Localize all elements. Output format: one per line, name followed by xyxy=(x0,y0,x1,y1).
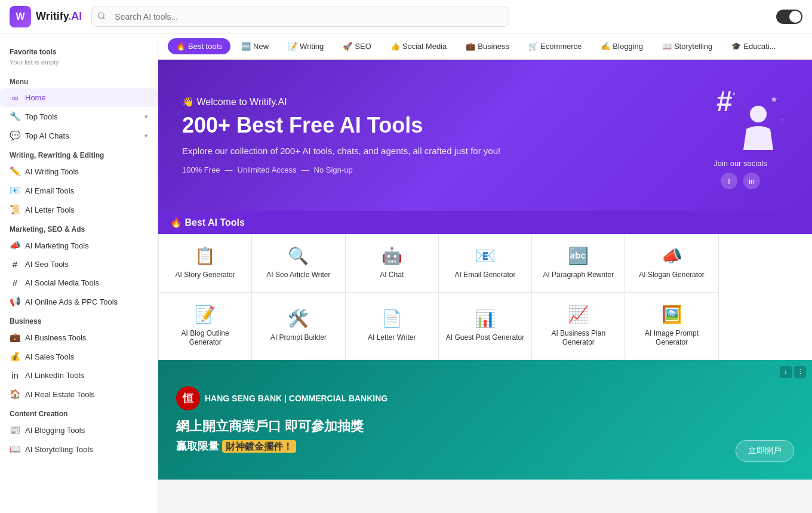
favorite-tools-empty: Your list is empty xyxy=(0,59,158,70)
guest-post-icon: 📊 xyxy=(475,309,496,328)
tool-card-ai-prompt-builder[interactable]: 🛠️ AI Prompt Builder xyxy=(252,293,345,360)
hero-right: # ★ ♡ ✦ Join our socials f in xyxy=(693,81,788,189)
ad-content: 恒 HANG SENG BANK | COMMERCIAL BANKING 網上… xyxy=(158,374,812,465)
ad-bank-logo-circle: 恒 xyxy=(176,386,200,410)
sidebar-item-ai-sales-tools[interactable]: 💰 AI Sales Tools xyxy=(0,347,158,366)
writing-group-title: Writing, Rewriting & Editing xyxy=(0,145,158,162)
nav-tab-social-media[interactable]: 👍Social Media xyxy=(382,38,455,54)
ad-cta-button[interactable]: 立即開戶 xyxy=(736,440,794,462)
top-ai-chats-label: Top AI Chats xyxy=(25,131,140,140)
search-icon xyxy=(97,11,106,21)
ai-chat-icon: 🤖 xyxy=(382,246,402,266)
tool-card-ai-paragraph-rewriter[interactable]: 🔤 AI Paragraph Rewriter xyxy=(532,234,625,293)
svg-text:#: # xyxy=(716,85,733,117)
ai-sales-tools-label: AI Sales Tools xyxy=(25,352,148,361)
tool-card-ai-letter-writer[interactable]: 📄 AI Letter Writer xyxy=(346,293,439,360)
real-estate-tools-icon: 🏠 xyxy=(10,389,20,400)
nav-tab-education[interactable]: 🎓Educati... xyxy=(723,38,784,54)
nav-tab-best-tools[interactable]: 🔥Best tools xyxy=(168,38,230,54)
business-plan-icon: 📈 xyxy=(568,305,589,324)
search-input[interactable] xyxy=(91,7,509,27)
sidebar-item-ai-letter-tools[interactable]: 📜 AI Letter Tools xyxy=(0,200,158,219)
nav-tab-writing[interactable]: 📝Writing xyxy=(279,38,332,54)
letter-writer-icon: 📄 xyxy=(382,309,402,328)
tool-card-ai-slogan-generator[interactable]: 📣 AI Slogan Generator xyxy=(625,234,718,293)
sidebar-item-ai-storytelling-tools[interactable]: 📖 AI Storytelling Tools xyxy=(0,440,158,459)
tools-section-header: 🔥 Best AI Tools xyxy=(158,211,812,234)
tool-card-ai-business-plan-generator[interactable]: 📈 AI Business Plan Generator xyxy=(532,293,625,360)
facebook-icon[interactable]: f xyxy=(721,173,737,189)
email-generator-icon: 📧 xyxy=(475,246,496,266)
email-tools-icon: 📧 xyxy=(10,185,20,196)
paragraph-rewriter-icon: 🔤 xyxy=(568,246,589,266)
ai-email-tools-label: AI Email Tools xyxy=(25,186,148,195)
sidebar-item-ai-online-ads-tools[interactable]: 📢 AI Online Ads & PPC Tools xyxy=(0,292,158,311)
blog-outline-icon: 📝 xyxy=(195,305,216,324)
tool-card-ai-guest-post-generator[interactable]: 📊 AI Guest Post Generator xyxy=(439,293,532,360)
tool-card-ai-seo-article-writer[interactable]: 🔍 AI Seo Article Writer xyxy=(252,234,345,293)
email-generator-label: AI Email Generator xyxy=(454,271,515,280)
sidebar: Favorite tools Your list is empty Menu ∞… xyxy=(0,33,158,513)
ai-letter-tools-label: AI Letter Tools xyxy=(25,205,148,214)
tools-section: 🔥 Best AI Tools 📋 AI Story Generator 🔍 A… xyxy=(158,211,812,360)
top-tools-label: Top Tools xyxy=(25,112,140,121)
linkedin-icon[interactable]: in xyxy=(743,173,760,189)
top-tools-icon: 🔧 xyxy=(10,111,20,122)
seo-article-label: AI Seo Article Writer xyxy=(266,271,330,280)
sidebar-item-ai-real-estate-tools[interactable]: 🏠 AI Real Estate Tools xyxy=(0,385,158,404)
story-generator-label: AI Story Generator xyxy=(176,271,235,280)
hero-illustration: # ★ ♡ ✦ xyxy=(693,81,788,159)
nav-tab-seo[interactable]: 🚀SEO xyxy=(334,38,379,54)
theme-toggle[interactable] xyxy=(776,10,802,24)
prompt-builder-icon: 🛠️ xyxy=(288,309,309,328)
sidebar-item-ai-blogging-tools[interactable]: 📰 AI Blogging Tools xyxy=(0,420,158,440)
main-content: 🔥Best tools 🆕New 📝Writing 🚀SEO 👍Social M… xyxy=(158,33,812,513)
nav-tab-business[interactable]: 💼Business xyxy=(457,38,518,54)
nav-tab-storytelling[interactable]: 📖Storytelling xyxy=(654,38,721,54)
nav-tab-blogging[interactable]: ✍️Blogging xyxy=(592,38,651,54)
search-container xyxy=(91,7,509,27)
sidebar-item-ai-linkedin-tools[interactable]: in AI LinkedIn Tools xyxy=(0,366,158,385)
ai-online-ads-tools-label: AI Online Ads & PPC Tools xyxy=(25,297,148,306)
badge-free: 100% Free xyxy=(182,165,220,174)
letter-writer-label: AI Letter Writer xyxy=(368,333,416,343)
sidebar-item-top-ai-chats[interactable]: 💬 Top AI Chats ▾ xyxy=(0,126,158,145)
tool-card-ai-image-prompt-generator[interactable]: 🖼️ AI Image Prompt Generator xyxy=(625,293,718,360)
letter-tools-icon: 📜 xyxy=(10,204,20,215)
logo-text: Writify.AI xyxy=(36,10,82,23)
prompt-builder-label: AI Prompt Builder xyxy=(270,333,327,343)
nav-tabs: 🔥Best tools 🆕New 📝Writing 🚀SEO 👍Social M… xyxy=(158,33,812,60)
badge-no-signup: No Sign-up xyxy=(314,165,353,174)
home-icon: ∞ xyxy=(10,93,20,103)
story-generator-icon: 📋 xyxy=(195,246,216,266)
sidebar-item-ai-business-tools[interactable]: 💼 AI Business Tools xyxy=(0,328,158,347)
chevron-down-icon-2: ▾ xyxy=(144,132,148,140)
sidebar-item-ai-social-media-tools[interactable]: # AI Social Media Tools xyxy=(0,274,158,292)
blog-outline-label: AI Blog Outline Generator xyxy=(165,329,245,348)
svg-text:✦: ✦ xyxy=(731,91,736,97)
tool-card-ai-blog-outline-generator[interactable]: 📝 AI Blog Outline Generator xyxy=(159,293,252,360)
nav-tab-ecommerce[interactable]: 🛒Ecommerce xyxy=(520,38,590,54)
image-prompt-icon: 🖼️ xyxy=(662,305,682,324)
sidebar-item-ai-email-tools[interactable]: 📧 AI Email Tools xyxy=(0,181,158,200)
logo[interactable]: W Writify.AI xyxy=(10,6,82,27)
marketing-group-title: Marketing, SEO & Ads xyxy=(0,219,158,236)
social-media-tools-icon: # xyxy=(10,278,20,288)
sidebar-item-home[interactable]: ∞ Home xyxy=(0,88,158,107)
sidebar-item-top-tools[interactable]: 🔧 Top Tools ▾ xyxy=(0,107,158,126)
ad-bank-name: HANG SENG BANK | COMMERCIAL BANKING xyxy=(205,394,387,403)
content-group-title: Content Creation xyxy=(0,404,158,420)
sidebar-item-ai-seo-tools[interactable]: # AI Seo Tools xyxy=(0,255,158,274)
sidebar-item-ai-marketing-tools[interactable]: 📣 AI Marketing Tools xyxy=(0,236,158,255)
linkedin-tools-icon: in xyxy=(10,370,20,380)
tool-card-ai-story-generator[interactable]: 📋 AI Story Generator xyxy=(159,234,252,293)
svg-text:♡: ♡ xyxy=(779,118,785,124)
top-ai-chats-icon: 💬 xyxy=(10,130,20,141)
ad-info-button[interactable]: i xyxy=(780,366,792,378)
nav-tab-new[interactable]: 🆕New xyxy=(233,38,277,54)
tool-card-ai-chat[interactable]: 🤖 AI Chat xyxy=(346,234,439,293)
ad-menu-button[interactable]: ⋮ xyxy=(794,366,806,378)
paragraph-rewriter-label: AI Paragraph Rewriter xyxy=(543,271,614,280)
tool-card-ai-email-generator[interactable]: 📧 AI Email Generator xyxy=(439,234,532,293)
sidebar-item-ai-writing-tools[interactable]: ✏️ AI Writing Tools xyxy=(0,162,158,181)
